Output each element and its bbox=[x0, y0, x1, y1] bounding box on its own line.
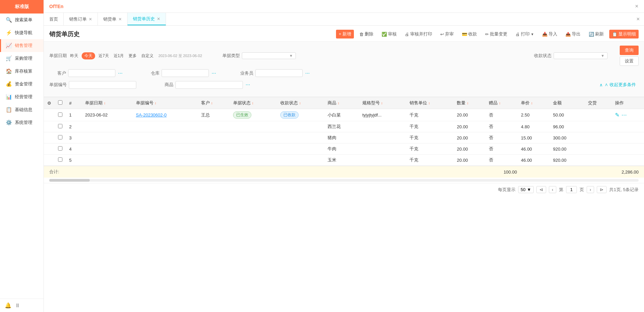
col-action: 操作 bbox=[612, 97, 644, 109]
checkbox-cell[interactable] bbox=[55, 132, 66, 144]
close-window-btn[interactable]: ✕ bbox=[635, 4, 639, 9]
payment-status-select[interactable]: ▼ bbox=[554, 52, 608, 59]
select-all-checkbox[interactable] bbox=[58, 100, 62, 105]
tab-sales-delivery[interactable]: 销货单 ✕ bbox=[98, 13, 128, 25]
tab-sales-order-close[interactable]: ✕ bbox=[89, 17, 92, 22]
table-scrollbar-thumb[interactable] bbox=[49, 179, 90, 182]
sort-pay-status-icon: ↕ bbox=[299, 101, 301, 105]
shortcut-custom[interactable]: 自定义 bbox=[140, 52, 155, 59]
page-label: 第 bbox=[559, 187, 563, 193]
doc-no-cell[interactable] bbox=[133, 155, 198, 166]
warehouse-select-dots[interactable]: ··· bbox=[212, 70, 216, 76]
goods-input[interactable] bbox=[175, 81, 243, 89]
sidebar-item-inventory[interactable]: 🏠 库存核算 bbox=[0, 65, 44, 78]
refresh-button[interactable]: 🔄 刷新 bbox=[586, 30, 607, 38]
tab-close-all[interactable]: ✕ bbox=[632, 17, 644, 22]
filter-warehouse: 仓库 ··· bbox=[143, 69, 216, 77]
set-button[interactable]: 设置 bbox=[620, 56, 639, 66]
print-button[interactable]: 🖨 打印 ▼ bbox=[513, 30, 537, 38]
shortcut-7days[interactable]: 近7天 bbox=[97, 52, 110, 59]
col-doc-status[interactable]: 单据状态 ↕ bbox=[230, 97, 277, 109]
page-size-select[interactable]: 50 ▼ bbox=[518, 186, 533, 193]
col-gift[interactable]: 赠品 ↕ bbox=[485, 97, 517, 109]
col-unit-price[interactable]: 单价 ↕ bbox=[517, 97, 550, 109]
batch-change-button[interactable]: ✏ 批量变更 bbox=[482, 30, 510, 38]
review-print-button[interactable]: 🖨 审核并打印 bbox=[402, 30, 435, 38]
col-pay-status[interactable]: 收款状态 ↕ bbox=[277, 97, 324, 109]
checkbox-cell[interactable] bbox=[55, 109, 66, 121]
sidebar-item-finance[interactable]: 💰 资金管理 bbox=[0, 78, 44, 90]
staff-input[interactable] bbox=[255, 69, 303, 77]
prev-page-btn[interactable]: ‹ bbox=[549, 186, 556, 193]
row-checkbox[interactable] bbox=[58, 135, 62, 139]
col-spec[interactable]: 规格型号 ↕ bbox=[359, 97, 406, 109]
col-goods[interactable]: 商品 ↕ bbox=[324, 97, 359, 109]
notification-icon[interactable]: 🔔 bbox=[5, 302, 11, 309]
doc-no-cell[interactable] bbox=[133, 132, 198, 144]
settings-col-header[interactable]: ⚙ bbox=[44, 97, 55, 109]
row-checkbox[interactable] bbox=[58, 157, 62, 162]
tab-sales-delivery-close[interactable]: ✕ bbox=[118, 17, 122, 22]
sidebar-item-quick-nav[interactable]: ⚡ 快捷导航 bbox=[0, 26, 44, 39]
delete-button[interactable]: 🗑 删除 bbox=[357, 30, 376, 38]
sidebar-item-sales[interactable]: 📈 销售管理 bbox=[0, 39, 44, 52]
table-scrollbar[interactable] bbox=[49, 179, 639, 182]
abandon-button[interactable]: ↩ 弃审 bbox=[438, 30, 456, 38]
col-doc-date-label: 单据日期 bbox=[85, 100, 103, 105]
col-doc-date[interactable]: 单据日期 ↕ bbox=[82, 97, 132, 109]
sidebar-item-system[interactable]: ⚙️ 系统管理 bbox=[0, 116, 44, 129]
shortcut-yesterday[interactable]: 昨天 bbox=[69, 52, 80, 59]
new-button[interactable]: + 新增 bbox=[336, 30, 354, 38]
shortcut-today[interactable]: 今天 bbox=[82, 52, 95, 59]
last-page-btn[interactable]: ⊳ bbox=[597, 186, 607, 193]
shortcut-1month[interactable]: 近1月 bbox=[112, 52, 125, 59]
row-checkbox[interactable] bbox=[58, 146, 62, 151]
amount-cell: 920.00 bbox=[550, 155, 585, 166]
warehouse-input[interactable] bbox=[162, 69, 209, 77]
next-page-btn[interactable]: › bbox=[587, 186, 594, 193]
goods-select-dots[interactable]: ··· bbox=[246, 82, 250, 88]
doc-no-cell[interactable] bbox=[133, 121, 198, 132]
doc-no-cell[interactable] bbox=[133, 144, 198, 155]
checkbox-cell[interactable] bbox=[55, 144, 66, 155]
transaction-cell bbox=[585, 109, 612, 121]
customer-input[interactable] bbox=[68, 69, 115, 77]
checkbox-cell[interactable] bbox=[55, 121, 66, 132]
row-checkbox[interactable] bbox=[58, 112, 62, 117]
sidebar-item-search-menu[interactable]: 🔍 搜索菜单 bbox=[0, 14, 44, 26]
col-doc-no[interactable]: 单据编号 ↕ bbox=[133, 97, 198, 109]
tab-sales-order[interactable]: 销售订单 ✕ bbox=[64, 13, 98, 25]
collapse-filter-btn[interactable]: ∧ ∧ 收起更多条件 bbox=[597, 80, 639, 89]
edit-action-icon[interactable]: ✎ bbox=[615, 112, 619, 118]
col-quantity[interactable]: 数量 ↕ bbox=[453, 97, 485, 109]
doc-type-select[interactable]: ▼ bbox=[242, 52, 296, 59]
tab-sales-history-close[interactable]: ✕ bbox=[157, 17, 160, 21]
pause-icon[interactable]: ⏸ bbox=[15, 303, 20, 309]
review-button[interactable]: ✅ 审核 bbox=[379, 30, 399, 38]
tab-sales-history[interactable]: 销货单历史 ✕ bbox=[128, 13, 166, 25]
import-button[interactable]: 📥 导入 bbox=[539, 30, 560, 38]
sidebar-item-operation[interactable]: 📊 经营管理 bbox=[0, 90, 44, 103]
row-checkbox[interactable] bbox=[58, 124, 62, 128]
checkbox-col-header[interactable] bbox=[55, 97, 66, 109]
more-action-icon[interactable]: ⋯ bbox=[621, 112, 627, 118]
show-detail-button[interactable]: 📋 显示明细 bbox=[609, 30, 639, 38]
doc-no-cell[interactable]: SA-20230602-0 bbox=[133, 109, 198, 121]
shortcut-more[interactable]: 更多 bbox=[127, 52, 138, 59]
receive-button[interactable]: 💳 收款 bbox=[459, 30, 480, 38]
query-button[interactable]: 查询 bbox=[620, 46, 639, 55]
col-sales-unit[interactable]: 销售单位 ↕ bbox=[406, 97, 453, 109]
first-page-btn[interactable]: ⊲ bbox=[536, 186, 546, 193]
staff-select-dots[interactable]: ··· bbox=[305, 70, 310, 76]
checkbox-cell[interactable] bbox=[55, 155, 66, 166]
doc-no-input[interactable] bbox=[69, 81, 136, 89]
page-number-input[interactable] bbox=[566, 186, 577, 193]
sort-quantity-icon: ↕ bbox=[467, 101, 469, 105]
tab-home[interactable]: 首页 bbox=[44, 13, 64, 25]
export-button[interactable]: 📤 导出 bbox=[563, 30, 583, 38]
col-customer[interactable]: 客户 ↕ bbox=[198, 97, 230, 109]
doc-no-link[interactable]: SA-20230602-0 bbox=[136, 112, 167, 118]
sidebar-item-purchase[interactable]: 🛒 采购管理 bbox=[0, 52, 44, 65]
sidebar-item-basic[interactable]: 📋 基础信息 bbox=[0, 103, 44, 116]
customer-select-dots[interactable]: ··· bbox=[118, 70, 122, 76]
